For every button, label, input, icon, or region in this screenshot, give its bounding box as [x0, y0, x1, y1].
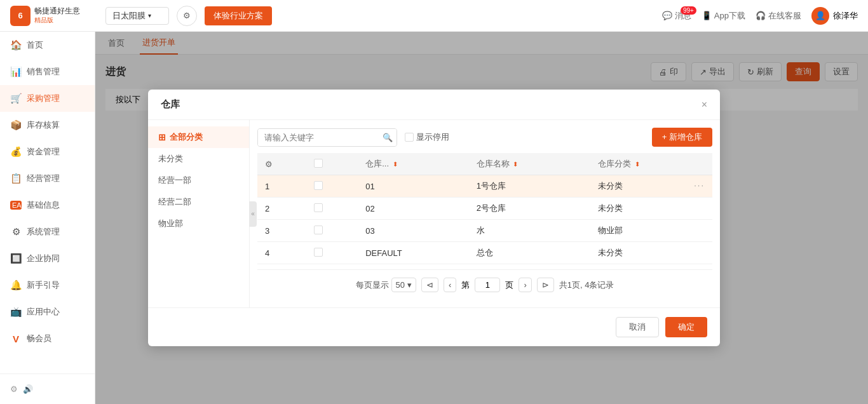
company-selector[interactable]: 日太阳膜 ▾ [105, 7, 169, 25]
per-page-label: 每页显示 [356, 279, 389, 291]
row2-select-checkbox[interactable] [314, 203, 323, 212]
cat-label-property: 物业部 [158, 218, 183, 229]
purchase-icon: 🛒 [10, 93, 22, 104]
sidebar-settings-icon-bottom[interactable]: ⚙ 🔊 [0, 379, 95, 399]
modal-footer: 取消 确定 [148, 307, 720, 346]
per-page-select[interactable]: 50 ▾ [391, 278, 416, 292]
row1-select-checkbox[interactable] [314, 181, 323, 190]
messages-badge: 99+ [681, 6, 696, 15]
guide-icon: 🔔 [10, 279, 22, 291]
per-page-value: 50 [396, 280, 405, 290]
sidebar-item-guide[interactable]: 🔔 新手引导 [0, 272, 95, 299]
cat-item-ops2[interactable]: 经营二部 [148, 191, 249, 213]
basic-info-icon: EA [10, 201, 22, 210]
sidebar-item-purchase[interactable]: 🛒 采购管理 [0, 85, 95, 112]
table-row[interactable]: 4 DEFAULT 总仓 未分类 [257, 242, 712, 264]
sidebar-label-home: 首页 [27, 39, 43, 51]
avatar-icon: 👤 [815, 11, 825, 20]
table-row[interactable]: 2 02 2号仓库 未分类 [257, 198, 712, 220]
row3-code: 03 [358, 220, 468, 242]
show-disabled-label[interactable]: 显示停用 [405, 131, 449, 143]
row4-checkbox[interactable] [306, 242, 358, 264]
row1-checkbox[interactable] [306, 175, 358, 198]
sidebar-item-home[interactable]: 🏠 首页 [0, 32, 95, 58]
row4-code: DEFAULT [358, 242, 468, 264]
sidebar-label-system: 系统管理 [27, 226, 60, 238]
page-suffix: 页 [505, 279, 513, 291]
row2-index: 2 [257, 198, 306, 220]
warehouse-modal: 仓库 × ⊞ 全部分类 未分类 经营一 [148, 90, 720, 346]
table-row[interactable]: 1 01 1号仓库 未分类 [257, 175, 712, 198]
prev-page-button[interactable]: ‹ [444, 278, 456, 292]
sidebar-item-operations[interactable]: 📋 经营管理 [0, 165, 95, 192]
settings-gear-button[interactable]: ⚙ [177, 6, 197, 26]
cat-item-all[interactable]: ⊞ 全部分类 [148, 126, 249, 148]
logo-icon: 6 [10, 6, 31, 26]
table-row[interactable]: 3 03 水 物业部 [257, 220, 712, 242]
member-icon: V [10, 333, 22, 344]
sort-code-icon[interactable]: ⬍ [393, 161, 398, 168]
row2-checkbox[interactable] [306, 198, 358, 220]
page-number-input[interactable] [475, 278, 500, 292]
row1-index: 1 [257, 175, 306, 198]
col-checkbox[interactable] [306, 153, 358, 175]
row1-actions[interactable]: ··· [694, 180, 705, 190]
sidebar-label-purchase: 采购管理 [27, 93, 60, 104]
cancel-button[interactable]: 取消 [616, 317, 659, 337]
sort-name-icon[interactable]: ⬍ [513, 161, 518, 168]
row1-code: 01 [358, 175, 468, 198]
app-download-area[interactable]: 📱 App下载 [702, 10, 745, 22]
sidebar-item-finance[interactable]: 💰 资金管理 [0, 138, 95, 165]
sidebar-label-finance: 资金管理 [27, 146, 60, 158]
sidebar-item-inventory[interactable]: 📦 库存核算 [0, 112, 95, 138]
modal-close-button[interactable]: × [702, 99, 707, 111]
next-page-button[interactable]: › [519, 278, 531, 292]
show-disabled-checkbox[interactable] [405, 133, 414, 142]
add-warehouse-button[interactable]: + 新增仓库 [652, 128, 712, 147]
sidebar-item-enterprise[interactable]: 🔲 企业协同 [0, 245, 95, 272]
pagination: 每页显示 50 ▾ ⊲ ‹ 第 页 › [257, 269, 712, 300]
sidebar-label-sales: 销售管理 [27, 66, 60, 77]
header-middle: 日太阳膜 ▾ ⚙ 体验行业方案 [105, 6, 662, 26]
row3-select-checkbox[interactable] [314, 226, 323, 234]
sidebar-item-system[interactable]: ⚙ 系统管理 [0, 219, 95, 245]
last-page-button[interactable]: ⊳ [537, 278, 554, 292]
sidebar: 🏠 首页 📊 销售管理 🛒 采购管理 📦 库存核算 💰 资金管理 📋 经营管理 … [0, 32, 95, 404]
sidebar-item-apps[interactable]: 📺 应用中心 [0, 299, 95, 325]
col-settings[interactable]: ⚙ [257, 153, 306, 175]
search-input[interactable] [258, 129, 377, 146]
table-area: 🔍 显示停用 + 新增仓库 [250, 120, 720, 307]
cat-item-unclassified[interactable]: 未分类 [148, 148, 249, 170]
finance-icon: 💰 [10, 146, 22, 158]
category-sidebar: ⊞ 全部分类 未分类 经营一部 经营二部 物业部 [148, 120, 250, 307]
sidebar-item-member[interactable]: V 畅会员 [0, 325, 95, 352]
row3-checkbox[interactable] [306, 220, 358, 242]
sidebar-label-apps: 应用中心 [27, 306, 60, 318]
col-code: 仓库... ⬍ [358, 153, 468, 175]
sort-category-icon[interactable]: ⬍ [635, 161, 640, 168]
confirm-button[interactable]: 确定 [665, 317, 707, 337]
online-service-area[interactable]: 🎧 在线客服 [756, 10, 801, 22]
main-layout: 🏠 首页 📊 销售管理 🛒 采购管理 📦 库存核算 💰 资金管理 📋 经营管理 … [0, 32, 868, 404]
sidebar-label-guide: 新手引导 [27, 279, 60, 291]
sidebar-item-sales[interactable]: 📊 销售管理 [0, 58, 95, 85]
cat-item-ops1[interactable]: 经营一部 [148, 170, 249, 191]
cat-item-property[interactable]: 物业部 [148, 213, 249, 234]
row4-select-checkbox[interactable] [314, 248, 323, 257]
col-name: 仓库名称 ⬍ [469, 153, 591, 175]
sidebar-item-basic-info[interactable]: EA 基础信息 [0, 192, 95, 219]
modal-overlay: 仓库 × ⊞ 全部分类 未分类 经营一 [95, 32, 868, 404]
home-icon: 🏠 [10, 39, 22, 51]
trial-button[interactable]: 体验行业方案 [205, 6, 272, 25]
select-all-checkbox[interactable] [314, 159, 323, 168]
first-page-button[interactable]: ⊲ [421, 278, 438, 292]
user-area[interactable]: 👤 徐泽华 [811, 7, 858, 25]
search-icon[interactable]: 🔍 [377, 129, 397, 146]
user-avatar: 👤 [811, 7, 829, 25]
table-toolbar: 🔍 显示停用 + 新增仓库 [257, 128, 712, 147]
operations-icon: 📋 [10, 173, 22, 184]
category-collapse-button[interactable]: « [249, 201, 257, 227]
messages-area[interactable]: 💬 消息 99+ [662, 10, 691, 22]
logo-title: 畅捷通好生意 [34, 6, 80, 17]
logo-sub: 精品版 [34, 16, 80, 25]
